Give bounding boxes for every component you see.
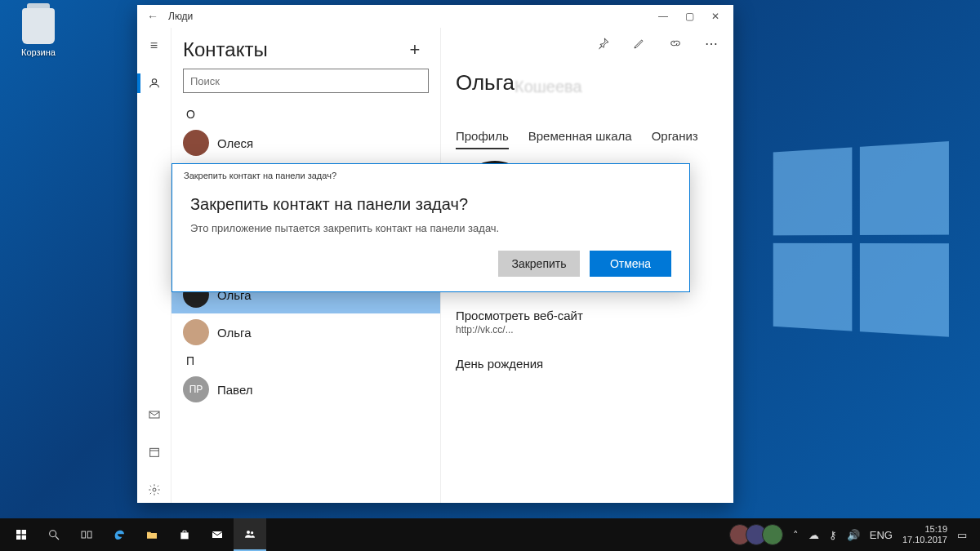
- add-contact-button[interactable]: +: [401, 36, 429, 64]
- gear-icon: [148, 483, 161, 496]
- taskbar-store[interactable]: [168, 518, 201, 551]
- dialog-pin-button[interactable]: Закрепить: [498, 251, 580, 277]
- field-label: Просмотреть веб-сайт: [456, 309, 719, 322]
- pin-button[interactable]: [590, 29, 617, 57]
- maximize-button[interactable]: ▢: [676, 5, 702, 28]
- section-letter[interactable]: П: [172, 351, 440, 371]
- svg-rect-11: [82, 531, 86, 538]
- minimize-button[interactable]: —: [650, 5, 676, 28]
- contact-name: Олеся: [217, 136, 253, 150]
- window-title: Люди: [168, 11, 193, 22]
- svg-rect-6: [22, 530, 26, 534]
- avatar: ПР: [183, 376, 209, 402]
- contacts-heading: Контакты: [183, 38, 268, 61]
- field-birthday[interactable]: День рождения: [456, 357, 719, 371]
- taskbar-edge[interactable]: [103, 518, 136, 551]
- svg-rect-1: [149, 411, 159, 418]
- search-button[interactable]: [38, 518, 70, 551]
- tray-time: 15:19: [902, 524, 947, 535]
- folder-icon: [145, 528, 158, 541]
- pinned-contact[interactable]: [762, 524, 783, 545]
- dialog-caption: Закрепить контакт на панели задач?: [172, 164, 689, 187]
- svg-point-4: [153, 488, 156, 491]
- contact-list[interactable]: О Олеся Ольга Ольга П ПР Павел: [172, 101, 440, 503]
- wallpaper-windows-logo: [773, 141, 953, 340]
- search-input[interactable]: [183, 69, 429, 93]
- svg-line-10: [56, 536, 59, 540]
- tab-timeline[interactable]: Временная шкала: [528, 129, 632, 149]
- sidebar: ≡: [137, 28, 172, 503]
- tray-clock[interactable]: 15:19 17.10.2017: [902, 524, 947, 545]
- link-button[interactable]: [662, 29, 689, 57]
- svg-point-15: [247, 531, 250, 534]
- detail-toolbar: ⋯: [590, 29, 725, 57]
- desktop-recycle-bin[interactable]: Корзина: [10, 8, 67, 57]
- svg-rect-13: [180, 532, 188, 539]
- dialog-cancel-button[interactable]: Отмена: [590, 251, 671, 277]
- contact-row[interactable]: ПР Павел: [172, 371, 440, 408]
- svg-rect-14: [212, 531, 222, 538]
- more-button[interactable]: ⋯: [697, 29, 725, 57]
- field-label: День рождения: [456, 357, 719, 371]
- field-website[interactable]: Просмотреть веб-сайт http://vk.cc/...: [456, 309, 719, 335]
- tray-date: 17.10.2017: [902, 535, 947, 545]
- taskview-button[interactable]: [70, 518, 103, 551]
- svg-rect-8: [22, 535, 26, 540]
- taskbar-people[interactable]: [234, 518, 266, 551]
- svg-point-16: [251, 531, 253, 534]
- pinned-contacts[interactable]: [734, 524, 783, 545]
- tray-notifications-icon[interactable]: ▭: [957, 529, 967, 541]
- sidebar-item-settings[interactable]: [141, 477, 167, 503]
- contact-row[interactable]: Олеся: [172, 124, 440, 162]
- taskview-icon: [80, 528, 93, 541]
- svg-rect-5: [16, 530, 20, 534]
- link-icon: [669, 37, 682, 50]
- svg-rect-7: [16, 535, 20, 540]
- contact-row[interactable]: Ольга: [172, 313, 440, 351]
- tab-profile[interactable]: Профиль: [456, 129, 509, 149]
- taskbar-mail[interactable]: [201, 518, 234, 551]
- recycle-bin-label: Корзина: [21, 47, 56, 57]
- taskbar: ˄ ☁ ⚷ 🔊 ENG 15:19 17.10.2017 ▭: [0, 518, 980, 551]
- dialog-body: Это приложение пытается закрепить контак…: [190, 222, 671, 234]
- start-button[interactable]: [5, 518, 38, 551]
- tray-onedrive-icon[interactable]: ☁: [808, 529, 819, 541]
- mail-icon: [211, 528, 224, 541]
- tray-volume-icon[interactable]: 🔊: [847, 529, 860, 541]
- calendar-icon: [148, 446, 161, 459]
- hamburger-button[interactable]: ≡: [141, 33, 167, 59]
- svg-point-9: [50, 531, 56, 537]
- taskbar-explorer[interactable]: [136, 518, 168, 551]
- back-button[interactable]: ←: [142, 10, 163, 23]
- edit-button[interactable]: [626, 29, 653, 57]
- contact-name: Ольга: [217, 326, 252, 340]
- section-letter[interactable]: О: [172, 104, 440, 124]
- sidebar-item-calendar[interactable]: [141, 439, 167, 465]
- people-icon: [243, 527, 256, 540]
- store-icon: [178, 528, 191, 541]
- avatar: [183, 130, 209, 156]
- contact-name: Павел: [217, 383, 253, 397]
- search-icon: [47, 528, 60, 541]
- tray-network-icon[interactable]: ⚷: [829, 529, 837, 541]
- windows-icon: [15, 528, 28, 541]
- titlebar: ← Люди — ▢ ✕: [137, 5, 733, 28]
- avatar: [183, 319, 209, 345]
- pin-icon: [597, 37, 610, 50]
- sidebar-item-mail[interactable]: [141, 402, 167, 428]
- detail-tabs: Профиль Временная шкала Организ: [456, 129, 719, 149]
- tab-org[interactable]: Организ: [652, 129, 698, 149]
- tray-language[interactable]: ENG: [870, 529, 893, 541]
- person-icon: [148, 77, 161, 90]
- dialog-heading: Закрепить контакт на панели задач?: [190, 195, 671, 214]
- field-value: http://vk.cc/...: [456, 324, 719, 335]
- recycle-bin-icon: [22, 8, 55, 44]
- close-button[interactable]: ✕: [702, 5, 728, 28]
- contact-surname-ghost: Кошеева: [514, 78, 733, 96]
- edge-icon: [113, 528, 126, 541]
- sidebar-item-contacts[interactable]: [141, 70, 167, 96]
- tray-chevron-icon[interactable]: ˄: [793, 529, 799, 541]
- svg-rect-2: [149, 448, 158, 456]
- system-tray: ˄ ☁ ⚷ 🔊 ENG 15:19 17.10.2017 ▭: [734, 524, 975, 545]
- svg-rect-12: [87, 531, 91, 538]
